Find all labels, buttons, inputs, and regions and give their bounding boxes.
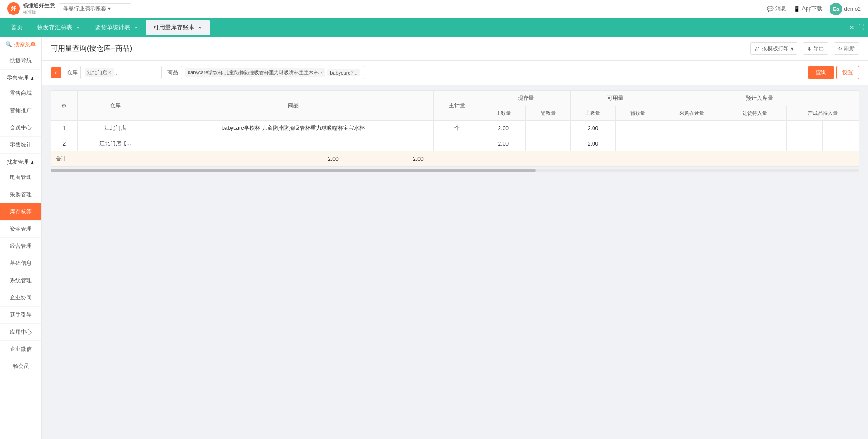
sidebar-item-retail-stats[interactable]: 零售统计 xyxy=(0,137,41,154)
sidebar-item-ecommerce[interactable]: 电商管理 xyxy=(0,169,41,186)
app-center-label: 应用中心 xyxy=(10,329,32,335)
th-product: 商品 xyxy=(153,91,433,121)
app-download-action[interactable]: 📱 App下载 xyxy=(793,5,822,13)
th-warehouse: 仓库 xyxy=(77,91,153,121)
sidebar-item-system[interactable]: 系统管理 xyxy=(0,272,41,289)
message-icon: 💬 xyxy=(767,6,774,12)
row1-unit: 个 xyxy=(434,121,481,136)
sidebar-item-finance[interactable]: 资金管理 xyxy=(0,221,41,238)
th-available-main: 主数量 xyxy=(571,106,615,121)
row1-current-main: 2.00 xyxy=(481,121,526,136)
store-selector[interactable]: 母婴行业演示账套 ▾ xyxy=(59,3,131,14)
tab-stock-summary[interactable]: 收发存汇总表 × xyxy=(30,20,88,35)
sidebar-item-app-center[interactable]: 应用中心 xyxy=(0,324,41,341)
footer-current-main: 2.00 xyxy=(309,156,358,162)
row2-production-main xyxy=(787,136,823,151)
sidebar-item-wholesale-mgmt[interactable]: 批发管理 ▲ xyxy=(0,154,41,169)
print-icon: 🖨 xyxy=(755,46,760,52)
wechat-work-label: 企业微信 xyxy=(10,346,32,352)
wholesale-mgmt-arrow: ▲ xyxy=(30,160,35,165)
sidebar-item-purchase[interactable]: 采购管理 xyxy=(0,186,41,203)
table-row: 2 江北门店【... 2.00 2.00 xyxy=(51,136,859,151)
row2-purchase-main xyxy=(660,136,692,151)
tab-stock-summary-label: 收发存汇总表 xyxy=(37,24,72,32)
row2-product xyxy=(153,136,433,151)
print-template-btn[interactable]: 🖨 按模板打印 ▾ xyxy=(750,42,797,55)
sidebar: 🔍 搜索菜单 快捷导航 零售管理 ▲ 零售商城 营销推广 会员中心 零售统计 批… xyxy=(0,37,42,439)
user-area[interactable]: Ea demo2 xyxy=(830,3,861,15)
print-arrow: ▾ xyxy=(791,46,793,52)
row2-warehouse: 江北门店【... xyxy=(77,136,153,151)
top-bar-left: 好 畅捷通好生意 标准版 母婴行业演示账套 ▾ xyxy=(7,2,131,15)
warehouse-filter: 仓库 江北门店 × ... xyxy=(67,66,162,79)
th-purchase-transit: 采购在途量 xyxy=(660,106,723,121)
horizontal-scrollbar[interactable] xyxy=(51,169,859,172)
table-scroll[interactable]: ⚙ 仓库 商品 主计量 现存量 可用量 预计入库量 主数量 辅数量 主数量 xyxy=(51,90,859,151)
logo-area: 好 畅捷通好生意 标准版 xyxy=(7,2,55,15)
export-btn[interactable]: ⬇ 导出 xyxy=(803,42,828,55)
sidebar-item-retail-mall[interactable]: 零售商城 xyxy=(0,85,41,102)
sidebar-item-marketing[interactable]: 营销推广 xyxy=(0,102,41,119)
export-label: 导出 xyxy=(813,45,824,52)
expand-filter-btn[interactable]: » xyxy=(51,67,61,78)
product-input[interactable]: babycare学饮杯 儿童防摔防撞吸管杯重力球吸嘴杯宝宝水杯 × babyca… xyxy=(181,66,364,79)
retail-mgmt-arrow: ▲ xyxy=(30,76,35,80)
sidebar-item-retail-mgmt[interactable]: 零售管理 ▲ xyxy=(0,70,41,85)
top-bar: 好 畅捷通好生意 标准版 母婴行业演示账套 ▾ 💬 消息 📱 App下载 Ea … xyxy=(0,0,868,18)
tab-available-stock-close[interactable]: × xyxy=(197,24,203,31)
page-title: 可用量查询(按仓库+商品) xyxy=(51,44,132,53)
row1-warehouse: 江北门店 xyxy=(77,121,153,136)
sidebar-item-member-center[interactable]: 会员中心 xyxy=(0,119,41,137)
row1-purchase-main xyxy=(660,121,692,136)
row2-available-main: 2.00 xyxy=(571,136,615,151)
sidebar-item-inventory[interactable]: 库存核算 xyxy=(0,203,41,221)
purchase-label: 采购管理 xyxy=(10,191,32,198)
tab-available-stock[interactable]: 可用量库存账本 × xyxy=(146,20,210,35)
message-action[interactable]: 💬 消息 xyxy=(767,5,786,13)
product-tag1-remove[interactable]: × xyxy=(320,70,323,75)
maximize-window-btn[interactable]: ⛶ xyxy=(858,24,864,31)
sidebar-item-enterprise-collab[interactable]: 企业协同 xyxy=(0,289,41,307)
close-window-btn[interactable]: ✕ xyxy=(849,24,854,31)
sidebar-search[interactable]: 🔍 搜索菜单 xyxy=(0,37,41,52)
sidebar-item-newbie-guide[interactable]: 新手引导 xyxy=(0,307,41,324)
settings-button[interactable]: 设置 xyxy=(836,66,859,79)
user-name: demo2 xyxy=(844,6,861,12)
filter-more-indicator[interactable]: ... xyxy=(116,70,120,76)
tab-order-stats[interactable]: 要货单统计表 × xyxy=(88,20,146,35)
th-production-pending: 产成品待入量 xyxy=(787,106,859,121)
sidebar-item-operations[interactable]: 经营管理 xyxy=(0,238,41,255)
tab-order-stats-close[interactable]: × xyxy=(133,24,138,31)
warehouse-tag-remove[interactable]: × xyxy=(108,70,111,75)
row1-incoming-sub xyxy=(755,121,787,136)
product-tag2: babycare?... xyxy=(327,69,360,76)
finance-label: 资金管理 xyxy=(10,226,32,232)
scrollbar-thumb[interactable] xyxy=(51,169,536,172)
sidebar-item-wechat-work[interactable]: 企业微信 xyxy=(0,341,41,358)
sidebar-item-member[interactable]: 畅会员 xyxy=(0,358,41,375)
sidebar-item-basic-info[interactable]: 基础信息 xyxy=(0,255,41,272)
member-center-label: 会员中心 xyxy=(10,124,32,131)
data-table: ⚙ 仓库 商品 主计量 现存量 可用量 预计入库量 主数量 辅数量 主数量 xyxy=(51,90,859,151)
th-settings[interactable]: ⚙ xyxy=(51,91,78,121)
dropdown-icon: ▾ xyxy=(108,5,111,12)
row2-current-sub xyxy=(526,136,571,151)
logo-subtext: 标准版 xyxy=(23,9,55,15)
query-button[interactable]: 查询 xyxy=(808,66,834,79)
row1-production-sub xyxy=(822,121,859,136)
app-download-label: App下载 xyxy=(802,5,822,13)
enterprise-collab-label: 企业协同 xyxy=(10,294,32,301)
retail-stats-label: 零售统计 xyxy=(10,142,32,148)
row1-purchase-sub xyxy=(692,121,723,136)
th-current-sub: 辅数量 xyxy=(526,106,571,121)
refresh-btn[interactable]: ↻ 刷新 xyxy=(834,42,859,55)
tab-home[interactable]: 首页 xyxy=(4,20,30,35)
row1-available-main: 2.00 xyxy=(571,121,615,136)
newbie-guide-label: 新手引导 xyxy=(10,312,32,318)
table-container: ⚙ 仓库 商品 主计量 现存量 可用量 预计入库量 主数量 辅数量 主数量 xyxy=(42,85,868,179)
sidebar-quick-nav[interactable]: 快捷导航 xyxy=(0,52,41,70)
th-current-stock: 现存量 xyxy=(481,91,571,106)
warehouse-input[interactable]: 江北门店 × ... xyxy=(80,66,162,79)
main-layout: 🔍 搜索菜单 快捷导航 零售管理 ▲ 零售商城 营销推广 会员中心 零售统计 批… xyxy=(0,37,868,439)
tab-stock-summary-close[interactable]: × xyxy=(75,24,80,31)
